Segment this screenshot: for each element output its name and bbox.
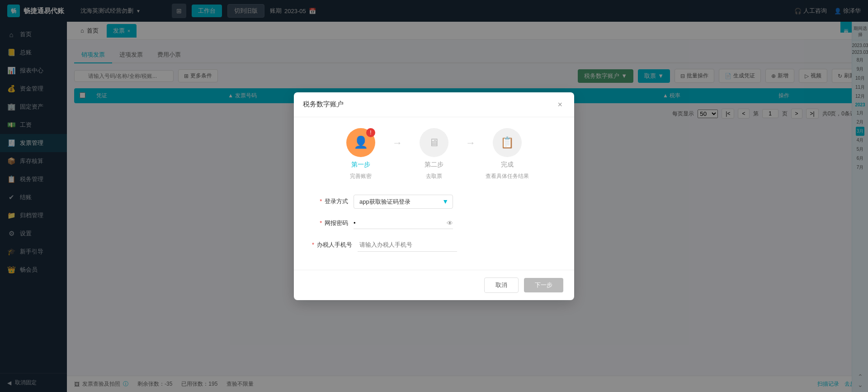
phone-input[interactable]: [358, 238, 457, 252]
modal-footer: 取消 下一步: [294, 270, 574, 300]
step-complete-icon: 📋: [500, 136, 514, 149]
modal-title: 税务数字账户: [303, 100, 344, 109]
phone-label: * 办税人手机号: [312, 241, 352, 249]
step-1-icon: 👤: [354, 135, 368, 149]
step-1-badge: !: [366, 128, 375, 137]
login-method-label: * 登录方式: [312, 197, 348, 206]
password-wrap: 👁: [354, 218, 453, 229]
form-row-password: * 网报密码 👁: [312, 218, 556, 229]
step-2-icon: 🖥: [429, 136, 439, 149]
modal-dialog: 税务数字账户 × 👤 ! 第一步 完善账密 →: [294, 92, 574, 300]
modal-overlay: 税务数字账户 × 👤 ! 第一步 完善账密 →: [0, 0, 868, 392]
step-2-circle: 🖥: [420, 128, 448, 157]
eye-icon[interactable]: 👁: [447, 220, 453, 227]
step-1-label: 第一步: [351, 161, 370, 169]
step-arrow-2: →: [461, 137, 480, 149]
step-2-label: 第二步: [425, 161, 443, 169]
login-method-select-wrap: app获取验证码登录 账号密码登录 ▼: [354, 195, 453, 209]
step-complete-desc: 查看具体任务结果: [486, 172, 529, 180]
modal-close-button[interactable]: ×: [555, 100, 565, 110]
next-button[interactable]: 下一步: [524, 278, 563, 292]
form-row-login-method: * 登录方式 app获取验证码登录 账号密码登录 ▼: [312, 195, 556, 209]
modal-header: 税务数字账户 ×: [294, 92, 574, 117]
form-row-phone: * 办税人手机号: [312, 238, 556, 252]
step-complete-label: 完成: [501, 161, 514, 169]
steps-row: 👤 ! 第一步 完善账密 → 🖥 第二步 去取票 →: [312, 128, 556, 180]
step-complete: 📋 完成 查看具体任务结果: [480, 128, 534, 180]
step-2: 🖥 第二步 去取票: [407, 128, 461, 180]
step-2-desc: 去取票: [426, 172, 442, 180]
cancel-button[interactable]: 取消: [484, 277, 519, 293]
step-complete-circle: 📋: [493, 128, 522, 157]
password-label: * 网报密码: [312, 219, 348, 227]
step-1: 👤 ! 第一步 完善账密: [334, 128, 388, 180]
password-input[interactable]: [354, 220, 447, 226]
modal-body: 👤 ! 第一步 完善账密 → 🖥 第二步 去取票 →: [294, 117, 574, 270]
step-1-desc: 完善账密: [350, 172, 372, 180]
login-method-select[interactable]: app获取验证码登录 账号密码登录: [354, 195, 453, 209]
step-1-circle: 👤 !: [346, 128, 375, 157]
step-arrow-1: →: [388, 137, 407, 149]
